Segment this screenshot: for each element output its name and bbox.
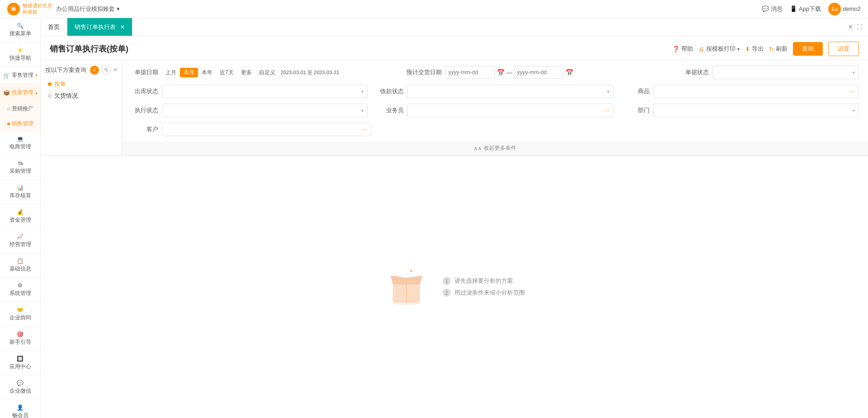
settings-button[interactable]: 设置 bbox=[828, 42, 859, 56]
filter-field-delivery: 预计交货日期 📅 — 📅 bbox=[406, 66, 673, 79]
calendar-start-icon[interactable]: 📅 bbox=[497, 69, 505, 76]
collection-status-select[interactable]: ▾ bbox=[407, 85, 613, 98]
sidebar-item-app-center[interactable]: 🔲 应用中心 bbox=[0, 351, 40, 375]
customer-label: 客户 bbox=[131, 125, 158, 133]
sidebar-sub-item-sales[interactable]: 销售管理 bbox=[0, 116, 40, 131]
print-btn[interactable]: 🖨 按模板打印 ▾ bbox=[698, 45, 740, 53]
chevron-up-icon: ▴ bbox=[35, 90, 38, 95]
help-btn[interactable]: ❓ 帮助 bbox=[672, 45, 693, 53]
message-btn[interactable]: 💬 消息 bbox=[762, 5, 783, 13]
sidebar-item-enterprise[interactable]: 🤝 企业协同 bbox=[0, 302, 40, 327]
app-selector[interactable]: 办公用品行业模拟账套 ▾ bbox=[56, 5, 120, 13]
delivery-date-container: 📅 — 📅 bbox=[445, 66, 573, 79]
date-tab-this-year[interactable]: 本年 bbox=[198, 68, 216, 77]
goods-select[interactable]: ··· bbox=[653, 85, 859, 98]
top-header: 畅 畅捷通好生意 标准版 办公用品行业模拟账套 ▾ 💬 消息 📱 App下载 E… bbox=[0, 0, 868, 18]
header-right: 💬 消息 📱 App下载 Ea demo2 bbox=[762, 3, 861, 15]
filter-field-customer: 客户 ··· bbox=[131, 123, 371, 136]
delivery-label: 预计交货日期 bbox=[406, 68, 442, 76]
tab-home[interactable]: 首页 bbox=[41, 18, 67, 36]
tab-close-window-icon[interactable]: ✕ bbox=[848, 24, 853, 30]
scheme-edit-btn[interactable]: ✎ bbox=[102, 66, 111, 75]
sidebar-item-basics[interactable]: 📋 基础信息 bbox=[0, 253, 40, 278]
scheme-collapse-btn[interactable]: « bbox=[113, 66, 117, 75]
date-tab-more[interactable]: 更多 bbox=[237, 68, 255, 77]
tab-close-icon[interactable]: ✕ bbox=[120, 24, 125, 30]
sidebar-item-inventory[interactable]: 📊 库存核算 bbox=[0, 180, 40, 204]
sidebar-item-ecommerce[interactable]: 💻 电商管理 bbox=[0, 131, 40, 156]
collapse-up-icon: ∧∧ bbox=[474, 145, 482, 152]
chevron-down-icon: ▾ bbox=[853, 108, 855, 113]
date-tab-7days[interactable]: 近7天 bbox=[216, 68, 237, 77]
refresh-btn[interactable]: ↻ 刷新 bbox=[769, 45, 788, 53]
filter-fields-wrapper: 单据日期 上月 本月 本年 近7天 更多 自定义 bbox=[122, 60, 868, 155]
page-actions: ❓ 帮助 🖨 按模板打印 ▾ ⬇ 导出 ↻ 刷新 bbox=[672, 42, 859, 56]
query-button[interactable]: 查询 bbox=[793, 42, 823, 56]
sidebar-item-quick-nav[interactable]: ⚡ 快捷导航 bbox=[0, 43, 40, 67]
scheme-item-by-debt[interactable]: 欠货情况 bbox=[45, 90, 117, 102]
sidebar-item-finance[interactable]: 💰 资金管理 bbox=[0, 204, 40, 229]
newbie-icon: 🎯 bbox=[17, 331, 24, 337]
sidebar-item-enterprise-wechat[interactable]: 💬 企业微信 bbox=[0, 375, 40, 400]
svg-text:✦: ✦ bbox=[395, 275, 398, 279]
sidebar-item-operations[interactable]: 📈 经营管理 bbox=[0, 229, 40, 253]
salesperson-select[interactable]: ··· bbox=[407, 104, 613, 117]
header-left: 畅 畅捷通好生意 标准版 办公用品行业模拟账套 ▾ bbox=[7, 3, 120, 15]
date-tab-last-month[interactable]: 上月 bbox=[162, 68, 180, 77]
enterprise-icon: 🤝 bbox=[17, 307, 24, 313]
tip-num-2: 2 bbox=[443, 289, 451, 297]
message-icon: 💬 bbox=[762, 5, 769, 12]
scheme-add-btn[interactable]: + bbox=[90, 66, 99, 75]
department-select[interactable]: ▾ bbox=[653, 104, 859, 117]
tab-fullscreen-icon[interactable]: ⛶ bbox=[857, 24, 863, 30]
sidebar-item-member[interactable]: 👤 畅会员 bbox=[0, 400, 40, 418]
logo-area: 畅 畅捷通好生意 标准版 bbox=[7, 3, 52, 15]
page-header: 销售订单执行表(按单) ❓ 帮助 🖨 按模板打印 ▾ ⬇ 导出 bbox=[41, 36, 868, 60]
goods-label: 商品 bbox=[623, 87, 650, 95]
tab-sales-order[interactable]: 销售订单执行表 ✕ bbox=[67, 18, 132, 36]
ellipsis-icon[interactable]: ··· bbox=[362, 126, 368, 133]
app-selector-label: 办公用品行业模拟账套 bbox=[56, 5, 115, 13]
ellipsis-icon[interactable]: ··· bbox=[604, 107, 609, 114]
customer-select[interactable]: ··· bbox=[162, 123, 371, 136]
calendar-end-icon[interactable]: 📅 bbox=[566, 69, 573, 76]
delivery-date-end[interactable] bbox=[514, 66, 564, 79]
app-download-btn[interactable]: 📱 App下载 bbox=[790, 5, 821, 13]
sidebar-item-purchase[interactable]: 🛍 采购管理 bbox=[0, 156, 40, 180]
department-label: 部门 bbox=[623, 106, 650, 114]
exec-status-select[interactable]: ▾ bbox=[162, 104, 368, 117]
retail-icon: 🛒 bbox=[3, 72, 10, 79]
sidebar: 🔍 搜索菜单 ⚡ 快捷导航 🛒 零售管理 ▾ 📦 批发管理 ▴ 营销推广 bbox=[0, 18, 41, 418]
finance-icon: 💰 bbox=[17, 209, 24, 215]
date-tab-this-month[interactable]: 本月 bbox=[180, 68, 198, 77]
scheme-item-by-order[interactable]: 按单 bbox=[45, 78, 117, 90]
empty-tips: 1 请先选择要分析的方案 2 用过滤条件来缩小分析范围 bbox=[443, 277, 525, 297]
filter-field-salesperson: 业务员 ··· bbox=[377, 104, 613, 117]
sidebar-item-newbie[interactable]: 🎯 新手引导 bbox=[0, 327, 40, 351]
date-tab-custom[interactable]: 自定义 bbox=[255, 68, 279, 77]
delivery-date-start[interactable] bbox=[445, 66, 495, 79]
filter-field-exec-status: 执行状态 ▾ bbox=[131, 104, 368, 117]
export-btn[interactable]: ⬇ 导出 bbox=[745, 45, 764, 53]
ellipsis-icon[interactable]: ··· bbox=[849, 88, 855, 95]
collapse-bar[interactable]: ∧∧ 收起更多条件 bbox=[122, 142, 868, 155]
sidebar-item-search[interactable]: 🔍 搜索菜单 bbox=[0, 18, 40, 43]
sidebar-item-retail[interactable]: 🛒 零售管理 ▾ bbox=[0, 67, 40, 84]
sidebar-sub-item-marketing[interactable]: 营销推广 bbox=[0, 101, 40, 116]
user-area[interactable]: Ea demo2 bbox=[828, 3, 861, 15]
help-icon: ❓ bbox=[672, 46, 679, 52]
doc-status-label: 单据状态 bbox=[682, 68, 709, 76]
scheme-panel-title: 按以下方案查询 bbox=[45, 66, 86, 74]
sidebar-item-system[interactable]: ⚙ 系统管理 bbox=[0, 278, 40, 302]
tab-bar-actions: ✕ ⛶ bbox=[843, 24, 868, 30]
sidebar-item-wholesale[interactable]: 📦 批发管理 ▴ bbox=[0, 84, 40, 101]
chevron-down-icon: ▾ bbox=[117, 5, 120, 12]
out-status-select[interactable]: ▾ bbox=[162, 85, 368, 98]
search-icon: 🔍 bbox=[17, 23, 24, 29]
export-icon: ⬇ bbox=[745, 46, 750, 52]
chevron-down-icon: ▾ bbox=[853, 70, 855, 75]
basics-icon: 📋 bbox=[17, 258, 24, 264]
print-dropdown-icon: ▾ bbox=[737, 47, 740, 52]
system-icon: ⚙ bbox=[18, 282, 23, 289]
doc-status-select[interactable]: ▾ bbox=[712, 66, 859, 79]
